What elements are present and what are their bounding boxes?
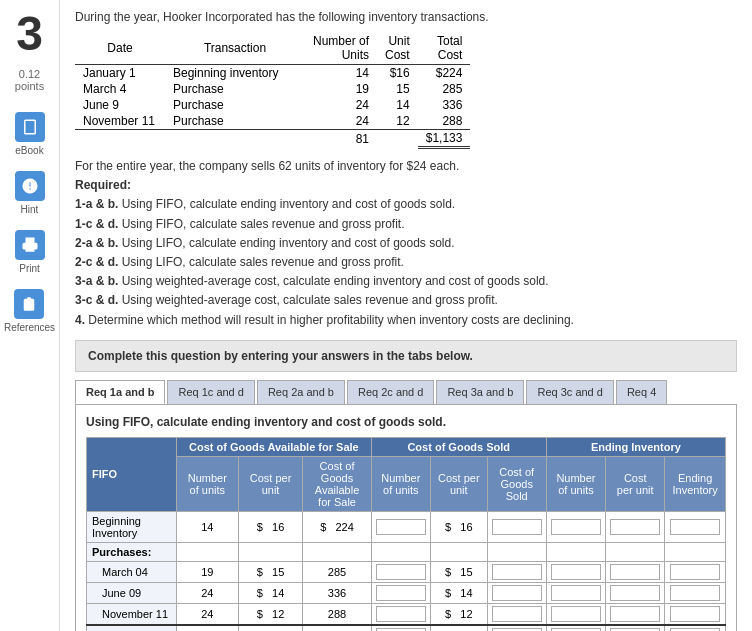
inventory-table: Date Transaction Number ofUnits UnitCost… <box>75 32 737 149</box>
total-cogs-cell[interactable] <box>487 625 546 631</box>
november-ending-cost-cell[interactable] <box>606 603 665 625</box>
june-ending-units-input[interactable] <box>551 585 601 601</box>
march-ending-inv-input[interactable] <box>670 564 720 580</box>
june-sold-units-cell[interactable] <box>371 582 430 603</box>
inv-date: January 1 <box>75 65 165 82</box>
req-item-1cd: 1-c & d. Using FIFO, calculate sales rev… <box>75 215 737 234</box>
beginning-ending-inv-input[interactable] <box>670 519 720 535</box>
sidebar-item-references[interactable]: References <box>4 289 55 333</box>
fifo-header-label: FIFO <box>87 437 177 511</box>
col-header-date: Date <box>75 32 165 65</box>
tab-req1ab[interactable]: Req 1a and b <box>75 380 165 404</box>
beginning-cogs-cell[interactable] <box>487 511 546 542</box>
row-label-march: March 04 <box>87 561 177 582</box>
sub-header-cost-goods-sold: Cost ofGoodsSold <box>487 456 546 511</box>
beginning-cost-unit-2: $ 16 <box>430 511 487 542</box>
complete-instruction: Complete this question by entering your … <box>75 340 737 372</box>
total-sold-units-cell[interactable] <box>371 625 430 631</box>
beginning-ending-cost-cell[interactable] <box>606 511 665 542</box>
row-label-total: Total <box>87 625 177 631</box>
req-item-2cd: 2-c & d. Using LIFO, calculate sales rev… <box>75 253 737 272</box>
june-ending-cost-input[interactable] <box>610 585 660 601</box>
november-sold-units-input[interactable] <box>376 606 426 622</box>
inv-units: 19 <box>305 81 377 97</box>
march-ending-cost-input[interactable] <box>610 564 660 580</box>
tab-req3cd[interactable]: Req 3c and d <box>526 380 613 404</box>
inv-units: 24 <box>305 97 377 113</box>
november-avail: 288 <box>303 603 371 625</box>
fifo-header-sold: Cost of Goods Sold <box>371 437 546 456</box>
november-ending-inv-cell[interactable] <box>665 603 726 625</box>
june-ending-cost-cell[interactable] <box>606 582 665 603</box>
march-avail: 285 <box>303 561 371 582</box>
table-row: March 4 Purchase 19 15 285 <box>75 81 470 97</box>
june-cogs-cell[interactable] <box>487 582 546 603</box>
beginning-sold-units-input[interactable] <box>376 519 426 535</box>
col-header-total-cost: TotalCost <box>418 32 471 65</box>
march-ending-cost-cell[interactable] <box>606 561 665 582</box>
tab-req2ab[interactable]: Req 2a and b <box>257 380 345 404</box>
november-sold-units-cell[interactable] <box>371 603 430 625</box>
references-icon <box>14 289 44 319</box>
inv-transaction: Purchase <box>165 97 305 113</box>
ebook-label: eBook <box>15 145 43 156</box>
fifo-header-ending: Ending Inventory <box>546 437 725 456</box>
march-sold-units-input[interactable] <box>376 564 426 580</box>
june-sold-units-input[interactable] <box>376 585 426 601</box>
beginning-ending-cost-input[interactable] <box>610 519 660 535</box>
total-ending-units-cell[interactable] <box>546 625 605 631</box>
inv-date: March 4 <box>75 81 165 97</box>
march-sold-units-cell[interactable] <box>371 561 430 582</box>
sub-header-cost-available: Cost ofGoodsAvailablefor Sale <box>303 456 371 511</box>
sidebar-item-hint[interactable]: Hint <box>15 171 45 215</box>
beginning-sold-units-cell[interactable] <box>371 511 430 542</box>
beginning-ending-units-input[interactable] <box>551 519 601 535</box>
tab-req1cd[interactable]: Req 1c and d <box>167 380 254 404</box>
fifo-row-march: March 04 19 $ 15 285 $ 15 <box>87 561 726 582</box>
inv-transaction: Beginning inventory <box>165 65 305 82</box>
inv-unit-cost: 14 <box>377 97 418 113</box>
june-avail: 336 <box>303 582 371 603</box>
table-row: November 11 Purchase 24 12 288 <box>75 113 470 130</box>
total-ending-cost-cell[interactable] <box>606 625 665 631</box>
inv-units: 24 <box>305 113 377 130</box>
tab-req2cd[interactable]: Req 2c and d <box>347 380 434 404</box>
row-label-beginning: Beginning Inventory <box>87 511 177 542</box>
fifo-row-total: Total 81 $ 1,133 <box>87 625 726 631</box>
march-cogs-cell[interactable] <box>487 561 546 582</box>
sidebar-item-ebook[interactable]: eBook <box>15 112 45 156</box>
november-ending-units-cell[interactable] <box>546 603 605 625</box>
required-intro: For the entire year, the company sells 6… <box>75 157 737 176</box>
points-display: 0.12 points <box>15 68 44 92</box>
tab-req3ab[interactable]: Req 3a and b <box>436 380 524 404</box>
inv-date: June 9 <box>75 97 165 113</box>
march-ending-inv-cell[interactable] <box>665 561 726 582</box>
june-ending-inv-input[interactable] <box>670 585 720 601</box>
beginning-cost-unit: $ 16 <box>238 511 303 542</box>
march-cogs-input[interactable] <box>492 564 542 580</box>
tab-req4[interactable]: Req 4 <box>616 380 667 404</box>
sub-header-cost-per-unit-3: Costper unit <box>606 456 665 511</box>
november-ending-cost-input[interactable] <box>610 606 660 622</box>
june-ending-units-cell[interactable] <box>546 582 605 603</box>
june-cogs-input[interactable] <box>492 585 542 601</box>
fifo-table: FIFO Cost of Goods Available for Sale Co… <box>86 437 726 631</box>
march-ending-units-input[interactable] <box>551 564 601 580</box>
november-ending-inv-input[interactable] <box>670 606 720 622</box>
sub-header-num-units-1: Numberof units <box>177 456 239 511</box>
question-number: 3 <box>16 10 43 58</box>
beginning-ending-inv-cell[interactable] <box>665 511 726 542</box>
inv-transaction: Purchase <box>165 113 305 130</box>
sidebar-item-print[interactable]: Print <box>15 230 45 274</box>
march-num-units: 19 <box>177 561 239 582</box>
total-ending-inv-cell[interactable] <box>665 625 726 631</box>
required-section: For the entire year, the company sells 6… <box>75 157 737 330</box>
november-cogs-input[interactable] <box>492 606 542 622</box>
november-cogs-cell[interactable] <box>487 603 546 625</box>
beginning-cogs-input[interactable] <box>492 519 542 535</box>
june-ending-inv-cell[interactable] <box>665 582 726 603</box>
beginning-ending-units-cell[interactable] <box>546 511 605 542</box>
november-ending-units-input[interactable] <box>551 606 601 622</box>
sub-header-cost-per-unit-2: Cost perunit <box>430 456 487 511</box>
march-ending-units-cell[interactable] <box>546 561 605 582</box>
